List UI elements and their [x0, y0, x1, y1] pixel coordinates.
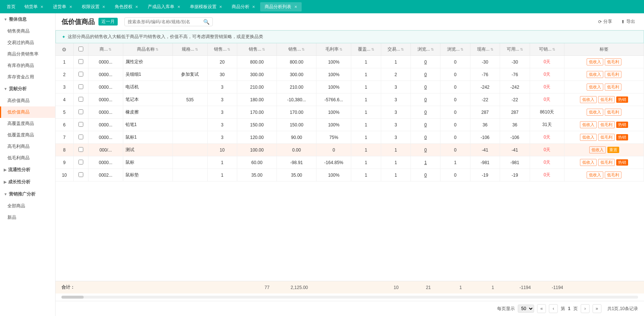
td-checkbox[interactable]	[73, 68, 88, 81]
close-icon-8[interactable]: ✕	[294, 5, 297, 9]
th-spec[interactable]: 规格...⇅	[172, 43, 207, 56]
nav-item-6[interactable]: 单据模板设置 ✕	[185, 2, 227, 11]
th-trade[interactable]: 交易...⇅	[381, 43, 410, 56]
td-code: 0000...	[88, 68, 123, 81]
close-icon-2[interactable]: ✕	[69, 5, 72, 9]
close-icon-5[interactable]: ✕	[177, 5, 180, 9]
nav-home[interactable]: 首页	[3, 2, 19, 11]
sidebar-item-stock-capital[interactable]: 库存资金占用	[0, 71, 55, 83]
th-sales-amt1[interactable]: 销售...⇅	[237, 43, 276, 56]
first-page-button[interactable]: «	[537, 304, 546, 313]
sidebar-section-contribution[interactable]: ▼ 贡献分析	[0, 83, 55, 95]
view-link[interactable]: 0	[424, 60, 427, 65]
td-checkbox[interactable]	[73, 156, 88, 169]
sidebar-item-low-value[interactable]: 低价值商品	[0, 106, 55, 118]
view-link[interactable]: 0	[424, 122, 427, 128]
view-link[interactable]: 1	[424, 160, 427, 165]
last-page-button[interactable]: »	[593, 304, 601, 313]
th-name[interactable]: 商品名称⇅	[123, 43, 172, 56]
th-available[interactable]: 可用...⇅	[500, 43, 530, 56]
td-checkbox[interactable]	[73, 169, 88, 181]
star-icon: ✦	[62, 34, 66, 40]
close-icon-6[interactable]: ✕	[219, 5, 222, 9]
view-link[interactable]: 0	[424, 110, 427, 115]
th-current[interactable]: 现有...⇅	[470, 43, 500, 56]
td-checkbox[interactable]	[73, 56, 88, 68]
th-code[interactable]: 商...⇅	[88, 43, 123, 56]
view-link[interactable]: 0	[424, 85, 427, 90]
next-page-button[interactable]: ›	[581, 304, 590, 313]
td-checkbox[interactable]	[73, 131, 88, 144]
sidebar-item-category-rate[interactable]: 商品分类销售率	[0, 48, 55, 60]
td-checkbox[interactable]	[73, 106, 88, 119]
th-settings[interactable]: ⚙	[56, 43, 73, 56]
view-link[interactable]: 0	[424, 147, 427, 153]
sidebar-item-sales-goods[interactable]: 销售类商品	[0, 26, 55, 37]
row-checkbox[interactable]	[78, 172, 83, 177]
sidebar-item-stock-goods[interactable]: 有库存的商品	[0, 60, 55, 71]
td-spec	[172, 106, 207, 119]
row-checkbox[interactable]	[78, 59, 83, 64]
close-icon-7[interactable]: ✕	[252, 5, 255, 9]
td-checkbox[interactable]	[73, 94, 88, 106]
th-view2[interactable]: 浏览...⇅	[440, 43, 470, 56]
close-icon-1[interactable]: ✕	[40, 5, 43, 9]
prev-page-button[interactable]: ‹	[549, 304, 558, 313]
view-link[interactable]: 0	[424, 173, 427, 178]
row-checkbox[interactable]	[78, 160, 83, 164]
nav-item-8[interactable]: 商品分析列表 ✕	[260, 2, 301, 11]
th-checkbox[interactable]	[73, 43, 88, 56]
select-all-checkbox[interactable]	[78, 47, 83, 51]
scrollbar-thumb[interactable]	[61, 296, 84, 299]
sidebar-item-all-goods[interactable]: 全部商品	[0, 200, 55, 212]
td-checkbox[interactable]	[73, 81, 88, 94]
nav-item-7[interactable]: 商品分析 ✕	[227, 2, 259, 11]
export-button[interactable]: ⬆ 导出	[618, 17, 638, 26]
row-checkbox[interactable]	[78, 147, 83, 152]
row-checkbox[interactable]	[78, 135, 83, 139]
share-button[interactable]: ⟳ 分享	[595, 17, 615, 26]
view-link[interactable]: 0	[424, 135, 427, 140]
row-checkbox[interactable]	[78, 109, 83, 114]
horizontal-scrollbar[interactable]	[61, 296, 638, 299]
nav-item-1[interactable]: 销货单 ✕	[20, 2, 48, 11]
sidebar-section-marketing[interactable]: ▼ 营销推广分析	[0, 188, 55, 200]
row-checkbox[interactable]	[78, 97, 83, 102]
settings-icon[interactable]: ⚙	[62, 47, 67, 52]
th-margin[interactable]: 毛利率⇅	[316, 43, 351, 56]
close-icon-4[interactable]: ✕	[135, 5, 138, 9]
close-icon-3[interactable]: ✕	[102, 5, 105, 9]
sidebar-item-new-goods[interactable]: 新品	[0, 212, 55, 223]
sidebar-section-overall[interactable]: ▼ 整体信息	[0, 13, 55, 26]
row-checkbox[interactable]	[78, 84, 83, 89]
row-checkbox[interactable]	[78, 72, 83, 77]
td-checkbox[interactable]	[73, 144, 88, 156]
th-coverage[interactable]: 覆盖...⇅	[351, 43, 381, 56]
sidebar-item-high-margin[interactable]: 高毛利商品	[0, 141, 55, 152]
nav-item-5[interactable]: 产成品入库单 ✕	[143, 2, 184, 11]
sidebar-item-low-coverage[interactable]: 低覆盖度商品	[0, 129, 55, 141]
th-view1[interactable]: 浏览...⇅	[411, 43, 440, 56]
th-saleable[interactable]: 可销...⇅	[530, 43, 564, 56]
sidebar-item-high-value[interactable]: 高价值商品	[0, 95, 55, 106]
period-badge[interactable]: 近一月	[98, 18, 118, 26]
search-icon[interactable]: 🔍	[203, 19, 209, 25]
nav-item-3[interactable]: 权限设置 ✕	[77, 2, 110, 11]
sidebar-item-high-coverage[interactable]: 高覆盖度商品	[0, 118, 55, 129]
sidebar-section-liquidity[interactable]: ▶ 流通性分析	[0, 164, 55, 176]
td-view1: 0	[411, 94, 440, 106]
view-link[interactable]: 0	[424, 97, 427, 102]
sidebar-section-growth[interactable]: ▶ 成长性分析	[0, 176, 55, 188]
th-sales-qty[interactable]: 销售...⇅	[207, 43, 237, 56]
search-input[interactable]	[128, 19, 202, 24]
sidebar-item-traded-goods[interactable]: 交易过的商品	[0, 37, 55, 48]
per-page-select[interactable]: 50	[518, 305, 534, 313]
row-checkbox[interactable]	[78, 122, 83, 127]
view-link[interactable]: 0	[424, 72, 427, 77]
nav-item-4[interactable]: 角色授权 ✕	[110, 2, 142, 11]
th-sales-amt2[interactable]: 销售...⇅	[277, 43, 316, 56]
nav-item-2[interactable]: 进货单 ✕	[48, 2, 76, 11]
td-checkbox[interactable]	[73, 119, 88, 131]
td-name: 吴细细1	[123, 68, 172, 81]
sidebar-item-low-margin[interactable]: 低毛利商品	[0, 152, 55, 164]
